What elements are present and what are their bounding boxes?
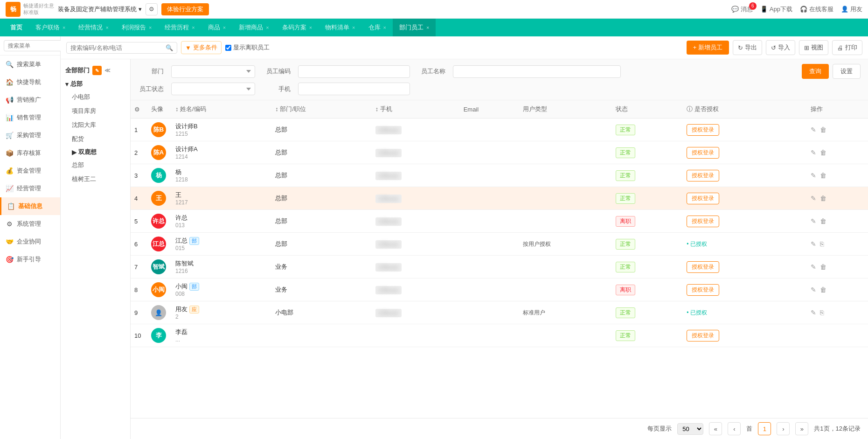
dept-edit-button[interactable]: ✎ — [92, 66, 102, 75]
col-name[interactable]: ↕ 姓名/编码 — [172, 100, 271, 118]
sidebar-item-search[interactable]: 🔍 搜索菜单 — [0, 56, 60, 73]
settings-button[interactable]: ⚙ — [146, 3, 158, 15]
sidebar-item-basic-info[interactable]: 📋 基础信息 — [0, 197, 60, 215]
close-icon[interactable]: × — [223, 25, 226, 30]
close-icon[interactable]: × — [149, 25, 152, 30]
show-resigned-checkbox[interactable]: 显示离职员工 — [225, 43, 270, 52]
auth-button[interactable]: 授权登录 — [687, 193, 719, 204]
print-button[interactable]: 🖨 打印 — [832, 40, 862, 55]
close-icon[interactable]: × — [105, 25, 108, 30]
close-icon[interactable]: × — [62, 25, 65, 30]
close-icon[interactable]: × — [309, 25, 312, 30]
tab-goods[interactable]: 商品× — [201, 19, 232, 36]
dept-collapse-button[interactable]: ≪ — [104, 67, 111, 74]
delete-button[interactable]: 🗑 — [820, 172, 826, 179]
trial-button[interactable]: 体验行业方案 — [161, 3, 209, 15]
auth-button[interactable]: 授权登录 — [687, 170, 719, 181]
dept-item-distribution[interactable]: 配货 — [61, 132, 130, 146]
export-button[interactable]: ↻ 导出 — [733, 40, 762, 55]
tab-customer[interactable]: 客户联络× — [29, 19, 72, 36]
sidebar-item-marketing[interactable]: 📢 营销推广 — [0, 91, 60, 109]
close-icon[interactable]: × — [426, 25, 429, 30]
auth-button[interactable]: 授权登录 — [687, 261, 719, 273]
message-button[interactable]: 💬 消息 6 — [731, 5, 753, 14]
auth-button[interactable]: 授权登录 — [687, 284, 719, 296]
query-button[interactable]: 查询 — [802, 64, 829, 79]
dept-group-shuanglu[interactable]: ▶ 双鹿想 — [61, 146, 130, 158]
set-button[interactable]: 设置 — [833, 64, 861, 79]
edit-button[interactable]: ✎ — [811, 172, 816, 179]
first-page-button[interactable]: « — [709, 422, 722, 435]
next-page-button[interactable]: › — [777, 422, 790, 435]
tab-material[interactable]: 物料清单× — [319, 19, 361, 36]
edit-button[interactable]: ✎ — [811, 263, 816, 271]
edit-button[interactable]: ✎ — [811, 195, 816, 202]
more-filters-button[interactable]: ▼ 更多条件 — [181, 41, 222, 54]
tab-barcode[interactable]: 条码方案× — [276, 19, 319, 36]
sidebar-item-quicknav[interactable]: 🏠 快捷导航 — [0, 73, 60, 91]
sidebar-item-finance[interactable]: 💰 资金管理 — [0, 162, 60, 180]
view-button[interactable]: ⊞ 视图 — [799, 40, 828, 55]
emp-name-input[interactable] — [453, 65, 621, 78]
per-page-select[interactable]: 50 20 100 — [677, 423, 703, 435]
delete-button[interactable]: 🗑 — [820, 263, 826, 271]
tab-warehouse[interactable]: 仓库× — [362, 19, 393, 36]
col-settings[interactable]: ⚙ — [131, 100, 147, 118]
delete-button[interactable]: 🗑 — [820, 195, 826, 202]
dept-item-small-elec[interactable]: 小电部 — [61, 90, 130, 104]
copy-button[interactable]: ⎘ — [820, 309, 824, 316]
sidebar-item-purchase[interactable]: 🛒 采购管理 — [0, 126, 60, 144]
phone-input[interactable] — [298, 83, 410, 95]
delete-button[interactable]: 🗑 — [820, 286, 826, 293]
auth-button[interactable]: 授权登录 — [687, 330, 719, 341]
auth-button[interactable]: 授权登录 — [687, 216, 719, 227]
dept-item-shenyang[interactable]: 沈阳大库 — [61, 118, 130, 132]
sidebar-item-operation[interactable]: 📈 经营管理 — [0, 180, 60, 197]
user-button[interactable]: 👤 用友 — [841, 5, 862, 14]
tab-operation[interactable]: 经营情况× — [72, 19, 115, 36]
search-input[interactable] — [70, 44, 164, 51]
resigned-checkbox-input[interactable] — [225, 45, 231, 51]
edit-button[interactable]: ✎ — [811, 309, 816, 316]
edit-button[interactable]: ✎ — [811, 217, 816, 225]
auth-button[interactable]: 授权登录 — [687, 147, 719, 159]
tab-profit[interactable]: 利润报告× — [115, 19, 158, 36]
online-service-button[interactable]: 🎧 在线客服 — [800, 5, 833, 14]
prev-page-button[interactable]: ‹ — [728, 422, 741, 435]
add-employee-button[interactable]: + 新增员工 — [687, 41, 729, 55]
emp-code-input[interactable] — [298, 65, 410, 78]
sidebar-item-system[interactable]: ⚙ 系统管理 — [0, 215, 60, 233]
col-dept[interactable]: ↕ 部门/职位 — [271, 100, 371, 118]
sidebar-item-sales[interactable]: 📊 销售管理 — [0, 109, 60, 126]
dept-filter-select[interactable] — [171, 65, 255, 78]
tab-employees[interactable]: 部门员工× — [393, 19, 436, 36]
import-button[interactable]: ↺ 导入 — [766, 40, 795, 55]
dept-item-hq[interactable]: 总部 — [61, 158, 130, 172]
col-phone[interactable]: ↕ 手机 — [372, 100, 460, 118]
emp-status-select[interactable] — [171, 83, 255, 95]
dept-group-headquarter[interactable]: ▾ 总部 — [61, 78, 130, 90]
sidebar-item-guide[interactable]: 🎯 新手引导 — [0, 251, 60, 268]
edit-button[interactable]: ✎ — [811, 240, 816, 248]
tab-new-goods[interactable]: 新增商品× — [232, 19, 275, 36]
edit-button[interactable]: ✎ — [811, 149, 816, 156]
edit-button[interactable]: ✎ — [811, 126, 816, 133]
close-icon[interactable]: × — [352, 25, 355, 30]
last-page-button[interactable]: » — [795, 422, 808, 435]
auth-button[interactable]: 授权登录 — [687, 124, 719, 136]
tab-home[interactable]: 首页 — [4, 19, 29, 36]
dept-item-project-room[interactable]: 项目库房 — [61, 104, 130, 118]
delete-button[interactable]: 🗑 — [820, 126, 826, 133]
delete-button[interactable]: 🗑 — [820, 217, 826, 225]
sidebar-item-collab[interactable]: 🤝 企业协同 — [0, 233, 60, 251]
app-download-button[interactable]: 📱 App下载 — [760, 5, 792, 14]
system-title-select[interactable]: 装备及固定资产辅助管理系统 ▾ — [58, 5, 142, 14]
copy-button[interactable]: ⎘ — [820, 240, 824, 248]
delete-button[interactable]: 🗑 — [820, 149, 826, 156]
edit-button[interactable]: ✎ — [811, 286, 816, 293]
dept-item-plant-tree[interactable]: 植树王二 — [61, 172, 130, 186]
sidebar-item-inventory[interactable]: 📦 库存核算 — [0, 144, 60, 162]
tab-history[interactable]: 经营历程× — [158, 19, 201, 36]
close-icon[interactable]: × — [192, 25, 194, 30]
close-icon[interactable]: × — [383, 25, 386, 30]
